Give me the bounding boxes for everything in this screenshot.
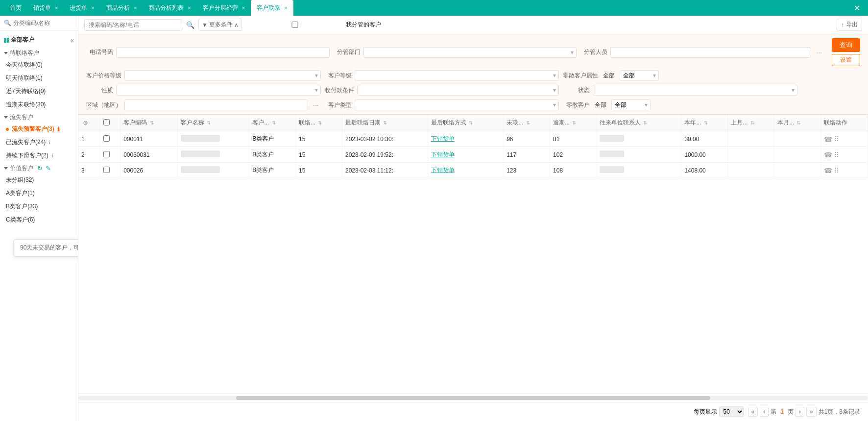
sidebar-item-tomorrow-contact[interactable]: 明天待联络(1) — [0, 72, 78, 85]
nav-goods-analysis-close[interactable]: × — [134, 0, 137, 16]
col-unit-contact[interactable]: 往来单位联系人 ⇅ — [596, 115, 681, 131]
nav-item-customer-tier[interactable]: 客户分层经营 × — [197, 0, 251, 16]
more-conditions-btn[interactable]: ▼ 更多条件 ∧ — [198, 19, 242, 31]
col-code[interactable]: 客户编码 ⇅ — [121, 115, 178, 131]
row-last-method-link[interactable]: 下销货单 — [431, 167, 455, 173]
col-last-date[interactable]: 最后联络日期 ⇅ — [342, 115, 428, 131]
customer-type-select[interactable] — [355, 99, 559, 110]
my-customers-checkbox[interactable] — [246, 22, 344, 28]
customer-level-select[interactable] — [355, 70, 559, 81]
row-checkbox[interactable] — [100, 147, 121, 163]
row-more-icon[interactable]: ⠿ — [834, 135, 839, 143]
sidebar-item-class-c[interactable]: C类客户(6) — [0, 213, 78, 226]
sidebar-search-input[interactable] — [13, 20, 78, 26]
col-last-month[interactable]: 上月... ⇅ — [728, 115, 774, 131]
last-page-btn[interactable]: » — [806, 407, 817, 417]
last-month-header: 上月... — [731, 119, 747, 126]
next-page-btn[interactable]: › — [796, 407, 804, 417]
sidebar-item-churn-warning[interactable]: 流失预警客户(3) ℹ — [0, 123, 78, 136]
my-customers-label: 我分管的客户 — [346, 21, 381, 29]
table-settings-icon[interactable]: ⚙ — [81, 119, 89, 127]
query-button[interactable]: 查询 — [832, 38, 860, 52]
sidebar-section-value[interactable]: 价值客户 ↻ ✎ — [0, 162, 78, 173]
sidebar-collapse-btn[interactable]: « — [70, 36, 74, 44]
manager-input[interactable] — [610, 47, 811, 58]
sidebar-section-churn[interactable]: 流失客户 — [0, 111, 78, 123]
nav-purchase-close[interactable]: × — [91, 0, 94, 16]
first-page-btn[interactable]: « — [748, 407, 758, 417]
scatter-customer-select[interactable]: 全部 — [611, 99, 651, 110]
window-close-button[interactable]: ✕ — [850, 3, 864, 13]
setting-button[interactable]: 设置 — [832, 54, 860, 66]
sidebar-item-ungrouped[interactable]: 未分组(32) — [0, 173, 78, 187]
sidebar-item-week-contact[interactable]: 近7天待联络(0) — [0, 85, 78, 98]
col-last-method[interactable]: 最后联络方式 ⇅ — [428, 115, 504, 131]
horizontal-scrollbar[interactable] — [78, 394, 868, 402]
col-type[interactable]: 客户... ⇅ — [249, 115, 296, 131]
nav-item-goods-analysis[interactable]: 商品分析 × — [100, 0, 143, 16]
nav-item-goods-analysis-list[interactable]: 商品分析列表 × — [143, 0, 196, 16]
row-select-checkbox[interactable] — [103, 135, 110, 142]
sidebar-item-class-b[interactable]: B类客户(33) — [0, 200, 78, 213]
price-level-select[interactable] — [124, 70, 321, 81]
region-more-btn[interactable]: ··· — [311, 101, 321, 109]
prev-page-btn[interactable]: ‹ — [760, 407, 769, 417]
scatter-attr-select[interactable]: 全部 — [620, 70, 659, 81]
value-refresh-icon[interactable]: ↻ — [37, 165, 43, 172]
export-btn[interactable]: ↑ 导出 — [837, 19, 862, 31]
sidebar-all-customers[interactable]: 全部客户 « — [0, 33, 78, 47]
row-more-icon[interactable]: ⠿ — [834, 151, 839, 159]
sidebar-section-pending[interactable]: 待联络客户 — [0, 47, 78, 58]
sidebar-item-today-contact[interactable]: 今天待联络(0) — [0, 58, 78, 72]
churned-label: 已流失客户(24) — [6, 138, 46, 147]
week-contact-label: 近7天待联络(0) — [6, 87, 46, 96]
row-select-checkbox[interactable] — [103, 167, 110, 173]
col-contact[interactable]: 联络... ⇅ — [296, 115, 342, 131]
page-size-select[interactable]: 50 20 100 — [719, 406, 744, 417]
value-edit-icon[interactable]: ✎ — [46, 165, 51, 172]
region-input[interactable] — [124, 99, 308, 110]
nature-select[interactable] — [116, 85, 321, 96]
nav-item-customer-contact[interactable]: 客户联系 × — [251, 0, 293, 16]
search-input[interactable] — [84, 19, 182, 31]
row-last-method-link[interactable]: 下销货单 — [431, 151, 455, 158]
select-all-checkbox[interactable] — [103, 119, 110, 125]
nav-item-sale[interactable]: 销货单 × — [27, 0, 64, 16]
col-no-contact[interactable]: 未联... ⇅ — [504, 115, 550, 131]
my-customers-filter[interactable]: 我分管的客户 — [246, 21, 381, 29]
sidebar-item-class-a[interactable]: A类客户(1) — [0, 187, 78, 200]
phone-input[interactable] — [116, 47, 330, 58]
status-select[interactable] — [593, 85, 797, 96]
row-select-checkbox[interactable] — [103, 151, 110, 157]
row-contact-icon[interactable]: ☎ — [824, 135, 832, 143]
manager-more-btn[interactable]: ··· — [814, 49, 824, 56]
nav-item-home[interactable]: 首页 — [4, 0, 27, 16]
last-method-header: 最后联络方式 — [431, 119, 466, 126]
row-contact-icon[interactable]: ☎ — [824, 167, 832, 174]
nav-goods-analysis-list-close[interactable]: × — [188, 0, 191, 16]
row-contact-icon[interactable]: ☎ — [824, 151, 832, 159]
declining-info-icon[interactable]: ℹ — [51, 153, 53, 158]
churn-warning-info-icon[interactable]: ℹ — [57, 126, 60, 133]
row-checkbox[interactable] — [100, 163, 121, 178]
churned-info-icon[interactable]: ℹ — [48, 140, 50, 145]
sidebar-item-overdue-contact[interactable]: 逾期未联络(30) — [0, 98, 78, 111]
payment-select[interactable] — [357, 85, 559, 96]
col-overdue[interactable]: 逾期... ⇅ — [550, 115, 597, 131]
nav-customer-contact-close[interactable]: × — [284, 0, 287, 16]
nav-sale-close[interactable]: × — [55, 0, 58, 16]
search-icon[interactable]: 🔍 — [186, 21, 194, 29]
nav-item-purchase[interactable]: 进货单 × — [64, 0, 100, 16]
nav-customer-tier-close[interactable]: × — [242, 0, 245, 16]
sidebar-item-declining[interactable]: 持续下滑客户(2) ℹ — [0, 149, 78, 162]
row-more-icon[interactable]: ⠿ — [834, 167, 839, 174]
row-last-method-link[interactable]: 下销货单 — [431, 135, 455, 142]
col-this-year[interactable]: 本年... ⇅ — [681, 115, 728, 131]
sidebar-item-churned[interactable]: 已流失客户(24) ℹ — [0, 136, 78, 149]
dept-select[interactable] — [363, 47, 577, 58]
manager-label: 分管人员 — [580, 48, 607, 56]
col-this-month[interactable]: 本月... ⇅ — [774, 115, 821, 131]
row-type: B类客户 — [249, 147, 296, 163]
col-name[interactable]: 客户名称 ⇅ — [178, 115, 249, 131]
row-checkbox[interactable] — [100, 131, 121, 147]
